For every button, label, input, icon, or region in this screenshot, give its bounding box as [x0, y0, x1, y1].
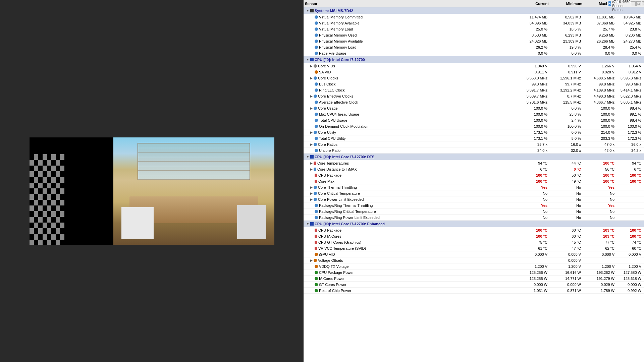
row-label: SA VID [319, 70, 331, 74]
table-row[interactable]: ▶ Core VIDs 1.040 V 0.990 V 1.266 V 1.05… [304, 63, 644, 69]
section-label: CPU [#0]: Intel Core i7-12700 [315, 58, 365, 62]
row-label: Core VIDs [318, 64, 335, 68]
row-label: Core Distance to TjMAX [317, 167, 357, 171]
section-label: CPU [#0]: Intel Core i7-12700: Enhanced [315, 222, 385, 226]
table-row[interactable]: ▶ Core Critical Temperature No No No [304, 190, 644, 196]
table-row[interactable]: CPU Package 100 °C 60 °C 103 °C 100 °C [304, 227, 644, 233]
row-label: CPU Package [318, 228, 341, 232]
table-row[interactable]: Ring/LLC Clock 3,391.7 MHz 3,192.2 MHz 4… [304, 87, 644, 93]
table-row[interactable]: Package/Ring Power Limit Exceeded No No … [304, 215, 644, 221]
section-label: System: MSI MS-7D42 [315, 9, 353, 13]
section-header-cpu0_enhanced[interactable]: ▼ CPU [#0]: Intel Core i7-12700: Enhance… [304, 221, 644, 227]
table-row[interactable]: ▶ Core Temperatures 94 °C 44 °C 100 °C 9… [304, 160, 644, 166]
section-expand-arrow[interactable]: ▼ [306, 58, 309, 61]
row-expand-arrow[interactable]: ▶ [310, 198, 313, 201]
table-row[interactable]: iGPU VID 0.000 V 0.000 V 0.000 V 0.000 V [304, 251, 644, 257]
row-expand-arrow[interactable]: ▶ [310, 259, 313, 262]
blind-slat [138, 157, 250, 162]
row-label: IA Cores Power [319, 277, 344, 281]
section-header-system[interactable]: ▼ System: MSI MS-7D42 [304, 7, 644, 14]
table-row[interactable]: VR VCC Temperature (SVID) 61 °C 47 °C 62… [304, 245, 644, 251]
row-label: Core Effective Clocks [318, 94, 353, 98]
table-row[interactable]: Total CPU Utility 173.1 % 5.0 % 203.3 % … [304, 135, 644, 141]
table-row[interactable]: On-Demand Clock Modulation 100.0 % 100.0… [304, 123, 644, 129]
section-header-cpu0[interactable]: ▼ CPU [#0]: Intel Core i7-12700 [304, 56, 644, 63]
row-label: Package/Ring Critical Temperature [319, 209, 376, 214]
row-label: Average Effective Clock [319, 100, 358, 104]
row-expand-arrow[interactable]: ▶ [310, 64, 313, 68]
table-row[interactable]: Physical Memory Used 8,533 MB 6,293 MB 9… [304, 32, 644, 38]
table-row[interactable]: ▶ Core Utility 173.1 % 0.0 % 214.0 % 172… [304, 129, 644, 135]
video-display [30, 137, 274, 245]
blind-slat [138, 148, 250, 153]
header-minimum: Minimum [549, 2, 582, 6]
row-expand-arrow[interactable]: ▶ [310, 186, 313, 189]
table-row[interactable]: Rest-of-Chip Power 1.031 W 0.871 W 1.789… [304, 288, 644, 294]
row-label: Rest-of-Chip Power [319, 289, 351, 293]
section-expand-arrow[interactable]: ▼ [306, 9, 309, 12]
row-expand-arrow[interactable]: ▶ [310, 143, 313, 146]
table-row[interactable]: ▶ Core Ratios 35.7 x 16.0 x 47.0 x 36.0 … [304, 141, 644, 147]
row-expand-arrow[interactable]: ▶ [310, 95, 313, 98]
row-label: Core Thermal Throttling [318, 185, 357, 189]
blind-slat [138, 166, 250, 171]
table-row[interactable]: Bus Clock 99.8 MHz 99.7 MHz 99.8 MHz 99.… [304, 81, 644, 87]
table-row[interactable]: CPU IA Cores 100 °C 60 °C 103 °C 100 °C [304, 233, 644, 239]
table-row[interactable]: GT Cores Power 0.000 W 0.000 W 0.029 W 0… [304, 282, 644, 288]
row-expand-arrow[interactable]: ▶ [310, 192, 313, 195]
row-label: Virtual Memory Load [319, 27, 353, 31]
header-sensor: Sensor [305, 2, 515, 6]
table-header: Sensor Current Minimum Maximum Average [304, 0, 644, 7]
section-expand-arrow[interactable]: ▼ [306, 155, 309, 159]
row-label: Voltage Offsets [318, 258, 343, 262]
table-row[interactable]: VDDQ TX Voltage 1.200 V 1.200 V 1.200 V … [304, 263, 644, 269]
table-row[interactable]: ▶ Core Thermal Throttling Yes No Yes [304, 184, 644, 190]
table-row[interactable]: Page File Usage 0.0 % 0.0 % 0.0 % 0.0 % [304, 50, 644, 56]
table-row[interactable]: ▶ Core Distance to TjMAX 6 °C 0 °C 56 °C… [304, 166, 644, 172]
row-expand-arrow[interactable]: ▶ [310, 162, 313, 165]
table-row[interactable]: ▶ Core Clocks 3,558.0 MHz 1,596.1 MHz 4,… [304, 75, 644, 81]
row-expand-arrow[interactable]: ▶ [310, 168, 313, 171]
row-label: Uncore Ratio [319, 148, 340, 153]
table-row[interactable]: ▶ Core Usage 100.0 % 0.0 % 100.0 % 98.4 … [304, 105, 644, 111]
chair-right-display [237, 205, 266, 239]
table-row[interactable]: Uncore Ratio 34.0 x 32.0 x 42.0 x 34.2 x [304, 147, 644, 154]
table-row[interactable]: ▶ Voltage Offsets 0.000 V [304, 257, 644, 263]
row-label: GT Cores Power [319, 283, 346, 287]
table-row[interactable]: IA Cores Power 123.255 W 14.771 W 191.27… [304, 276, 644, 282]
table-row[interactable]: CPU Package Power 125.256 W 16.616 W 193… [304, 269, 644, 276]
section-expand-arrow[interactable]: ▼ [306, 222, 309, 226]
close-button[interactable]: ✕ [642, 1, 644, 6]
table-row[interactable]: Total CPU Usage 100.0 % 2.4 % 100.0 % 98… [304, 117, 644, 123]
minimize-button[interactable]: – [631, 1, 636, 6]
maximize-button[interactable]: □ [636, 1, 641, 6]
table-row[interactable]: Virtual Memory Available 34,396 MB 34,03… [304, 20, 644, 26]
section-header-cpu0_dts[interactable]: ▼ CPU [#0]: Intel Core i7-12700: DTS [304, 154, 644, 160]
table-row[interactable]: SA VID 0.911 V 0.911 V 0.928 V 0.912 V [304, 69, 644, 75]
row-expand-arrow[interactable]: ▶ [310, 107, 313, 110]
sensor-table-body[interactable]: ▼ System: MSI MS-7D42 Virtual Memory Com… [304, 7, 644, 362]
table-row[interactable]: CPU Package 100 °C 50 °C 100 °C 100 °C [304, 172, 644, 178]
row-label: Package/Ring Thermal Throttling [319, 203, 373, 207]
row-label: Bus Clock [319, 82, 336, 86]
blind-slat [138, 171, 250, 175]
checkerboard-overlay [30, 154, 66, 245]
row-expand-arrow[interactable]: ▶ [310, 131, 313, 134]
table-row[interactable]: Virtual Memory Load 25.0 % 18.5 % 25.7 %… [304, 26, 644, 32]
table-row[interactable]: ▶ Core Power Limit Exceeded No No No [304, 196, 644, 202]
row-label: VR VCC Temperature (SVID) [318, 246, 366, 250]
row-label: Max CPU/Thread Usage [319, 112, 359, 116]
table-row[interactable]: Core Max 100 °C 49 °C 100 °C 100 °C [304, 178, 644, 184]
table-row[interactable]: Average Effective Clock 3,701.6 MHz 115.… [304, 99, 644, 105]
table-row[interactable]: Max CPU/Thread Usage 100.0 % 23.8 % 100.… [304, 111, 644, 117]
window-display [138, 143, 250, 180]
row-expand-arrow[interactable]: ▶ [310, 76, 313, 80]
table-row[interactable]: ▶ Core Effective Clocks 3,639.7 MHz 0.7 … [304, 93, 644, 99]
table-row[interactable]: Package/Ring Critical Temperature No No … [304, 208, 644, 215]
table-row[interactable]: Package/Ring Thermal Throttling Yes No Y… [304, 202, 644, 208]
blind-slat [138, 162, 250, 166]
table-row[interactable]: CPU GT Cores (Graphics) 75 °C 45 °C 77 °… [304, 239, 644, 245]
table-row[interactable]: Physical Memory Available 24,026 MB 23,3… [304, 38, 644, 44]
table-row[interactable]: Virtual Memory Committed 11,474 MB 8,502… [304, 14, 644, 20]
table-row[interactable]: Physical Memory Load 26.2 % 19.3 % 28.4 … [304, 44, 644, 50]
